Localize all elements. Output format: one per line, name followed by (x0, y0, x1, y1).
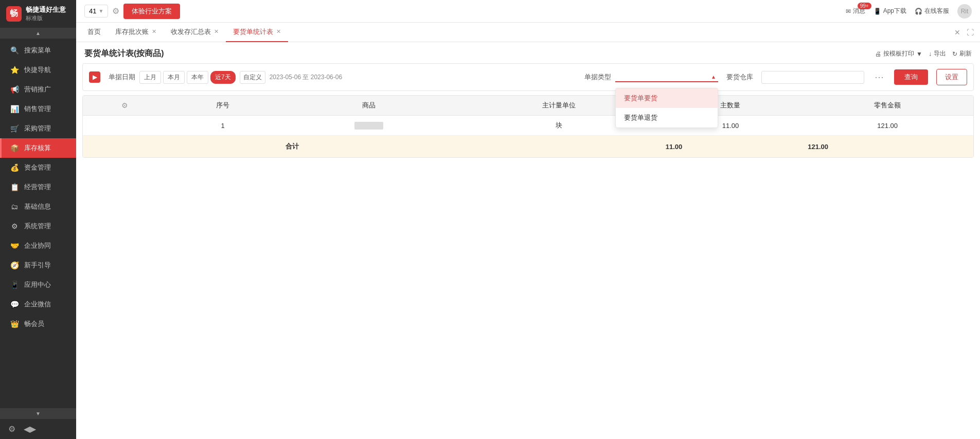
tab-close-receive-summary[interactable]: ✕ (214, 28, 219, 35)
tabbar-controls: ✕⛶ (952, 26, 976, 39)
period-btn-this-month[interactable]: 本月 (163, 71, 185, 84)
nav-icon-app-center: 📱 (10, 281, 19, 289)
cell-goods: ██████ (279, 116, 458, 136)
print-icon: 🖨 (875, 50, 881, 58)
period-btn-last-month[interactable]: 上月 (139, 71, 161, 84)
sidebar-item-search[interactable]: 🔍搜索菜单 (0, 41, 76, 60)
sidebar: 畅 畅捷通好生意 标准版 ▲ 🔍搜索菜单⭐快捷导航📢营销推广📊销售管理🛒采购管理… (0, 0, 76, 439)
cell-no: 1 (166, 116, 279, 136)
nav-label-search: 搜索菜单 (24, 46, 51, 55)
nav-icon-finance: 💰 (10, 163, 19, 172)
page-area: 要货单统计表(按商品) 🖨 按模板打印 ▼ ↓ 导出 ↻ 刷新 ▶ (76, 42, 980, 439)
topbar: 41 ▼ ⚙ 体验行业方案 ✉ 消息 99+ 📱 App下载 🎧 在线客服 Ri… (76, 0, 980, 23)
nav-label-operations: 经营管理 (24, 182, 51, 192)
sidebar-item-system[interactable]: ⚙系统管理 (0, 216, 76, 236)
chevron-up-icon: ▲ (711, 74, 716, 80)
topbar-gear-icon[interactable]: ⚙ (112, 6, 119, 16)
headset-icon: 🎧 (915, 8, 922, 15)
sidebar-item-enterprise[interactable]: 🤝企业协同 (0, 236, 76, 255)
refresh-btn[interactable]: ↻ 刷新 (952, 49, 972, 58)
type-select[interactable]: ▲ (615, 72, 718, 82)
tabbar-close-all[interactable]: ✕ (952, 26, 963, 39)
nav-label-guide: 新手引导 (24, 261, 51, 270)
sidebar-item-wechat[interactable]: 💬企业微信 (0, 295, 76, 314)
more-filter-btn[interactable]: ⋯ (872, 71, 886, 83)
query-btn[interactable]: 查询 (894, 69, 928, 85)
messages-btn[interactable]: ✉ 消息 99+ (846, 7, 865, 15)
col-settings[interactable]: ⚙ (83, 96, 166, 116)
online-service-btn[interactable]: 🎧 在线客服 (915, 7, 949, 15)
industry-btn[interactable]: 体验行业方案 (123, 4, 180, 19)
sidebar-item-app-center[interactable]: 📱应用中心 (0, 275, 76, 295)
messages-badge: 99+ (858, 3, 871, 9)
nav-icon-system: ⚙ (10, 222, 19, 230)
nav-icon-purchase: 🛒 (10, 124, 19, 133)
sidebar-item-operations[interactable]: 📋经营管理 (0, 177, 76, 197)
type-filter: 单据类型 ▲ 要货单要货要货单退货 (584, 72, 718, 82)
footer-empty2 (458, 136, 660, 158)
nav-label-purchase: 采购管理 (24, 124, 51, 133)
sidebar-scroll-down[interactable]: ▼ (0, 408, 76, 418)
collapse-icon[interactable]: ◀▶ (24, 424, 36, 434)
filter-bar: ▶ 单据日期 上月本月本年近7天 自定义 2023-05-06 至 2023-0… (82, 63, 974, 91)
filter-row: 单据日期 上月本月本年近7天 自定义 2023-05-06 至 2023-06-… (109, 71, 576, 84)
sidebar-item-sales[interactable]: 📊销售管理 (0, 99, 76, 119)
app-download-btn[interactable]: 📱 App下载 (874, 7, 906, 15)
settings-icon[interactable]: ⚙ (8, 424, 15, 434)
type-dropdown: 要货单要货要货单退货 (615, 88, 718, 128)
tab-receive-summary[interactable]: 收发存汇总表✕ (164, 23, 226, 42)
nav-icon-inventory: 📦 (10, 144, 19, 152)
tab-order-summary[interactable]: 要货单统计表✕ (226, 23, 288, 42)
tabbar-expand[interactable]: ⛶ (965, 26, 976, 39)
filter-settings-btn[interactable]: 设置 (936, 69, 967, 85)
sidebar-item-marketing[interactable]: 📢营销推广 (0, 80, 76, 99)
date-range: 2023-05-06 至 2023-06-06 (270, 73, 342, 82)
warehouse-label: 要货仓库 (726, 72, 753, 82)
filter-toggle-btn[interactable]: ▶ (89, 71, 100, 83)
print-btn[interactable]: 🖨 按模板打印 ▼ (875, 49, 922, 58)
tab-label-receive-summary: 收发存汇总表 (171, 27, 211, 36)
settings-icon[interactable]: ⚙ (121, 101, 128, 109)
header-row: ⚙ 序号 商品 主计量单位 主数量 零售金额 (83, 96, 973, 116)
period-buttons: 上月本月本年近7天 (139, 71, 236, 84)
period-btn-last-7days[interactable]: 近7天 (210, 71, 236, 84)
dropdown-item-order-goods[interactable]: 要货单要货 (616, 88, 718, 108)
footer-label: 合计 (279, 136, 458, 158)
sidebar-item-inventory[interactable]: 📦库存核算 (0, 138, 76, 158)
nav-icon-wechat: 💬 (10, 300, 19, 308)
refresh-icon: ↻ (952, 50, 957, 58)
nav-label-wechat: 企业微信 (24, 300, 51, 309)
nav-label-basic: 基础信息 (24, 202, 51, 211)
nav-icon-search: 🔍 (10, 46, 19, 54)
col-no: 序号 (166, 96, 279, 116)
sidebar-item-purchase[interactable]: 🛒采购管理 (0, 119, 76, 138)
nav-label-marketing: 营销推广 (24, 85, 51, 94)
tab-close-inventory-batch[interactable]: ✕ (152, 28, 156, 35)
col-goods: 商品 (279, 96, 458, 116)
custom-date-btn[interactable]: 自定义 (240, 71, 265, 84)
warehouse-input[interactable] (761, 71, 864, 84)
cell-settings (83, 116, 166, 136)
sidebar-item-finance[interactable]: 💰资金管理 (0, 158, 76, 177)
avatar[interactable]: Rit (957, 4, 972, 19)
tab-home[interactable]: 首页 (80, 23, 108, 42)
period-btn-this-year[interactable]: 本年 (187, 71, 208, 84)
sidebar-scroll-up[interactable]: ▲ (0, 28, 76, 39)
tab-close-order-summary[interactable]: ✕ (276, 28, 281, 35)
nav-icon-shortcuts: ⭐ (10, 66, 19, 74)
phone-icon: 📱 (874, 8, 881, 15)
sidebar-header: 畅 畅捷通好生意 标准版 (0, 0, 76, 28)
sidebar-item-guide[interactable]: 🧭新手引导 (0, 255, 76, 275)
sidebar-item-shortcuts[interactable]: ⭐快捷导航 (0, 60, 76, 80)
col-amount: 零售金额 (801, 96, 973, 116)
company-selector[interactable]: 41 ▼ (84, 5, 108, 17)
table-body: 1 ██████ 块 11.00 121.00 (83, 116, 973, 136)
app-title: 畅捷通好生意 标准版 (26, 5, 66, 23)
export-btn[interactable]: ↓ 导出 (929, 49, 946, 58)
sidebar-item-basic[interactable]: 🗂基础信息 (0, 197, 76, 216)
sidebar-item-vip[interactable]: 👑畅会员 (0, 314, 76, 334)
dropdown-item-order-return[interactable]: 要货单退货 (616, 108, 718, 127)
export-icon: ↓ (929, 50, 932, 58)
nav-icon-guide: 🧭 (10, 261, 19, 269)
tab-inventory-batch[interactable]: 库存批次账✕ (108, 23, 164, 42)
